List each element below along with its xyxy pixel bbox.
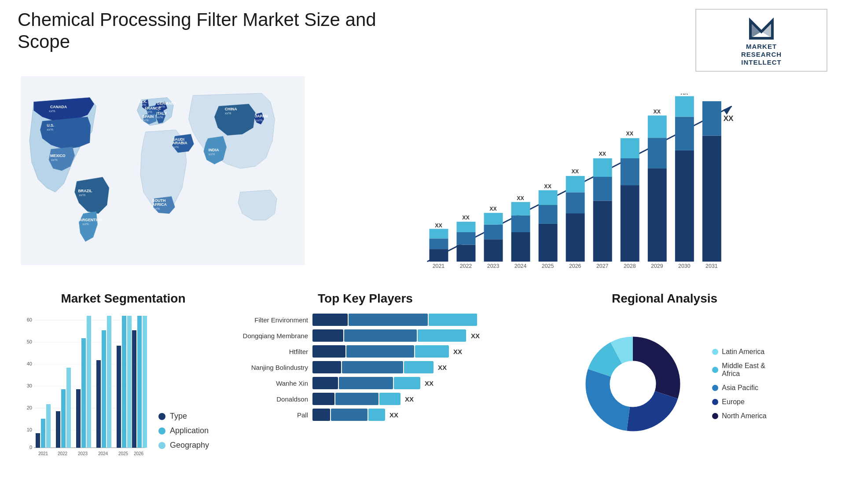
player-row-filter-environment: Filter Environment [238, 314, 493, 326]
svg-rect-117 [87, 316, 91, 448]
regional-title: Regional Analysis [502, 292, 827, 306]
legend-item-type: Type [158, 412, 209, 421]
legend-item-geography: Geography [158, 441, 209, 450]
player-bar-wrap-2: XX [312, 345, 493, 358]
svg-rect-124 [122, 316, 126, 448]
svg-rect-69 [593, 177, 612, 201]
svg-text:xx%: xx% [209, 152, 215, 156]
svg-rect-70 [593, 158, 612, 177]
svg-rect-113 [66, 368, 71, 448]
svg-rect-68 [593, 201, 612, 261]
segment-container: Market Segmentation 60 50 40 30 20 10 0 [18, 292, 229, 504]
svg-text:XX: XX [517, 195, 524, 201]
svg-text:50: 50 [27, 339, 32, 344]
svg-rect-53 [511, 232, 530, 262]
svg-text:30: 30 [27, 383, 32, 388]
player-row-pall: Pall XX [238, 409, 493, 421]
svg-rect-119 [96, 360, 101, 448]
svg-text:CHINA: CHINA [225, 107, 237, 111]
svg-text:2023: 2023 [78, 451, 88, 456]
key-players-title: Top Key Players [238, 292, 493, 306]
svg-rect-125 [127, 316, 132, 448]
svg-text:XX: XX [462, 215, 470, 221]
reg-legend-mea: Middle East &Africa [712, 362, 766, 378]
svg-rect-74 [621, 158, 639, 185]
svg-rect-50 [484, 213, 503, 225]
svg-text:2026: 2026 [134, 451, 144, 456]
type-dot [158, 413, 165, 420]
svg-text:XX: XX [626, 131, 634, 137]
svg-rect-45 [457, 222, 476, 232]
geography-dot [158, 442, 165, 449]
svg-text:2022: 2022 [58, 451, 68, 456]
svg-rect-75 [621, 138, 639, 158]
svg-rect-85 [675, 96, 694, 117]
svg-rect-123 [117, 346, 121, 448]
logo-box: MARKETRESEARCHINTELLECT [695, 9, 827, 72]
header: Chemical Processing Filter Market Size a… [18, 9, 827, 72]
svg-rect-58 [539, 224, 558, 262]
player-name-0: Filter Environment [238, 316, 308, 324]
page-title: Chemical Processing Filter Market Size a… [18, 9, 414, 53]
svg-text:xx%: xx% [47, 128, 53, 131]
logo-icon [748, 14, 775, 40]
svg-text:2026: 2026 [569, 263, 581, 269]
svg-text:2021: 2021 [38, 451, 48, 456]
svg-point-136 [610, 361, 656, 407]
svg-text:xx%: xx% [154, 207, 160, 211]
svg-rect-64 [566, 192, 585, 213]
player-name-5: Donaldson [238, 395, 308, 403]
segmentation-title: Market Segmentation [18, 292, 229, 306]
north-america-label: North America [722, 412, 766, 420]
map-container: CANADA xx% U.S. xx% MEXICO xx% BRAZIL xx… [18, 76, 308, 278]
application-dot [158, 427, 165, 435]
player-name-3: Nanjing Bolindustry [238, 364, 308, 371]
regional-legend: Latin America Middle East &Africa Asia P… [712, 348, 766, 420]
player-val-2: XX [453, 348, 462, 355]
svg-rect-88 [702, 135, 721, 261]
segmentation-bar-chart: 60 50 40 30 20 10 0 [18, 314, 150, 463]
regional-inner: Latin America Middle East &Africa Asia P… [502, 314, 827, 454]
bar-chart-container: XX 2021 XX 2022 XX 2023 XX 2024 [317, 76, 827, 278]
svg-text:XX: XX [571, 168, 579, 175]
svg-text:ARABIA: ARABIA [173, 141, 188, 145]
svg-text:2031: 2031 [705, 263, 718, 269]
svg-rect-111 [56, 411, 60, 448]
svg-text:2028: 2028 [624, 263, 636, 269]
player-bar-wrap-3: XX [312, 361, 493, 373]
svg-text:U.S.: U.S. [47, 123, 54, 128]
player-bar-wrap-6: XX [312, 409, 493, 421]
svg-text:2024: 2024 [98, 451, 108, 456]
svg-rect-89 [702, 101, 721, 135]
svg-text:0: 0 [29, 445, 32, 450]
legend-item-application: Application [158, 426, 209, 435]
svg-text:xx%: xx% [49, 109, 55, 113]
svg-rect-84 [675, 117, 694, 150]
svg-rect-54 [511, 215, 530, 232]
svg-text:XX: XX [599, 151, 606, 157]
legend-type-label: Type [170, 412, 187, 421]
svg-text:XX: XX [489, 206, 497, 212]
donut-legend-wrap: Latin America Middle East &Africa Asia P… [562, 314, 766, 454]
europe-label: Europe [722, 398, 745, 406]
svg-text:xx%: xx% [79, 193, 85, 197]
player-val-6: XX [389, 411, 398, 419]
svg-text:40: 40 [27, 361, 32, 366]
players-list: Filter Environment Dongqiang Membrane [238, 314, 493, 421]
svg-text:XX: XX [681, 94, 688, 96]
svg-rect-109 [46, 404, 51, 448]
svg-text:2021: 2021 [433, 263, 445, 269]
svg-rect-49 [484, 225, 503, 239]
player-row-nanjing: Nanjing Bolindustry XX [238, 361, 493, 373]
player-row-dongqiang: Dongqiang Membrane XX [238, 329, 493, 342]
svg-text:xx%: xx% [156, 115, 163, 119]
world-map: CANADA xx% U.S. xx% MEXICO xx% BRAZIL xx… [18, 76, 308, 265]
reg-legend-north-america: North America [712, 412, 766, 420]
player-name-6: Pall [238, 411, 308, 419]
svg-rect-39 [429, 238, 448, 249]
logo-text: MARKETRESEARCHINTELLECT [741, 43, 782, 66]
svg-text:INDIA: INDIA [209, 148, 220, 152]
svg-rect-127 [132, 330, 136, 448]
player-row-wanhe: Wanhe Xin XX [238, 377, 493, 389]
svg-rect-73 [621, 185, 639, 262]
